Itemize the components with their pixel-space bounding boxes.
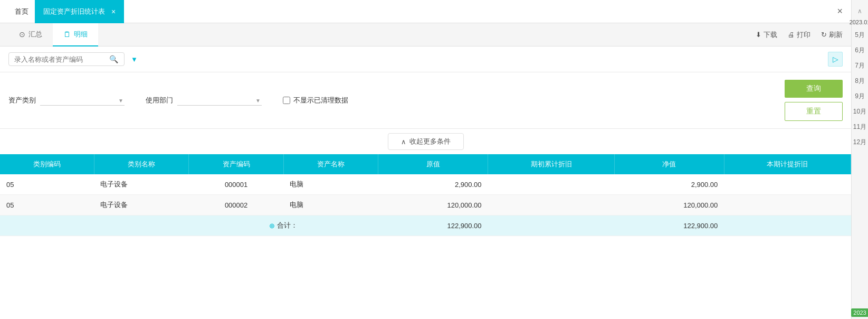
col-asset-code: 资产编码 [189, 154, 284, 174]
reset-button[interactable]: 重置 [785, 102, 843, 121]
tab-detail-label: 明细 [74, 30, 88, 39]
search-input[interactable] [14, 55, 109, 63]
tab-detail[interactable]: 🗒 明细 [53, 23, 98, 46]
col-current-depreciation: 本期计提折旧 [724, 154, 851, 174]
month-6[interactable]: 6月 [855, 43, 865, 58]
data-table: 类别编码 类别名称 资产编码 资产名称 原值 期初累计折旧 净值 本期计提折旧 … [0, 154, 851, 236]
cell-category-name: 电子设备 [94, 195, 189, 215]
cell-original-value: 2,900.00 [378, 174, 488, 195]
col-net-value: 净值 [615, 154, 724, 174]
scroll-up-button[interactable]: ∧ [855, 5, 864, 17]
month-7[interactable]: 7月 [855, 58, 865, 73]
col-category-code: 类别编码 [0, 154, 94, 174]
total-accumulated-depreciation [488, 215, 615, 236]
tab-title: 固定资产折旧统计表 [43, 7, 105, 16]
cell-asset-code: 000002 [189, 195, 284, 215]
total-empty-1 [0, 215, 94, 236]
filter-buttons: 查询 重置 [785, 80, 843, 121]
total-net-value: 122,900.00 [615, 215, 724, 236]
search-icon[interactable]: 🔍 [109, 55, 118, 63]
filter-panel: 资产类别 ▼ 使用部门 ▼ 不显示已清理数 [0, 72, 851, 129]
table-header-row: 类别编码 类别名称 资产编码 资产名称 原值 期初累计折旧 净值 本期计提折旧 [0, 154, 851, 174]
window-close-button[interactable]: × [837, 6, 843, 17]
cell-net-value: 2,900.00 [615, 174, 724, 195]
filter-icon: ▼ [131, 55, 138, 63]
cell-accumulated-depreciation [488, 174, 615, 195]
tab-summary[interactable]: ⊙ 汇总 [8, 23, 53, 46]
cell-accumulated-depreciation [488, 195, 615, 215]
asset-category-label: 资产类别 [8, 96, 36, 105]
asset-category-select[interactable] [40, 95, 125, 106]
main-tab[interactable]: 固定资产折旧统计表 × [35, 0, 124, 23]
refresh-label: 刷新 [829, 30, 843, 40]
search-bar: 🔍 ▼ ▷ [0, 46, 851, 72]
table-wrap: 类别编码 类别名称 资产编码 资产名称 原值 期初累计折旧 净值 本期计提折旧 … [0, 154, 851, 319]
query-button[interactable]: 查询 [785, 80, 843, 98]
summary-icon: ⊙ [19, 30, 25, 39]
expand-icon: ▷ [833, 55, 838, 63]
total-label-cell: ⊕ 合计： [195, 221, 372, 230]
collapse-bar: ∧ 收起更多条件 [0, 129, 851, 154]
cell-current-depreciation [724, 174, 851, 195]
cell-net-value: 120,000.00 [615, 195, 724, 215]
print-label: 打印 [797, 30, 810, 40]
total-current-depreciation [724, 215, 851, 236]
download-label: 下载 [764, 30, 777, 40]
asset-category-filter: 资产类别 ▼ [8, 95, 125, 106]
col-original-value: 原值 [378, 154, 488, 174]
toolbar-right: ⬇ 下载 🖨 打印 ↻ 刷新 [756, 30, 843, 40]
total-original-value: 122,900.00 [378, 215, 488, 236]
hide-cleared-label: 不显示已清理数据 [293, 96, 348, 105]
month-5[interactable]: 5月 [855, 27, 865, 43]
total-icon: ⊕ [269, 222, 275, 230]
download-icon: ⬇ [756, 31, 761, 39]
refresh-button[interactable]: ↻ 刷新 [821, 30, 843, 40]
month-8[interactable]: 8月 [855, 73, 865, 89]
download-button[interactable]: ⬇ 下载 [756, 30, 777, 40]
cell-asset-code: 000001 [189, 174, 284, 195]
tab-summary-label: 汇总 [28, 30, 42, 39]
print-icon: 🖨 [788, 31, 795, 39]
collapse-button[interactable]: ∧ 收起更多条件 [388, 133, 464, 150]
cell-category-code: 05 [0, 174, 94, 195]
print-button[interactable]: 🖨 打印 [788, 30, 810, 40]
collapse-label: 收起更多条件 [409, 137, 451, 146]
filter-row: 资产类别 ▼ 使用部门 ▼ 不显示已清理数 [8, 80, 843, 121]
detail-icon: 🗒 [63, 30, 71, 39]
col-asset-name: 资产名称 [283, 154, 378, 174]
tab-bar: ⊙ 汇总 🗒 明细 ⬇ 下载 🖨 打印 ↻ 刷新 [0, 23, 851, 46]
hide-cleared-checkbox[interactable] [283, 97, 290, 104]
table-row: 05 电子设备 000002 电脑 120,000.00 120,000.00 [0, 195, 851, 215]
cell-asset-name: 电脑 [283, 195, 378, 215]
tab-close-button[interactable]: × [111, 7, 116, 16]
collapse-up-icon: ∧ [401, 138, 406, 146]
search-expand-button[interactable]: ▷ [828, 52, 843, 67]
cell-asset-name: 电脑 [283, 174, 378, 195]
department-filter: 使用部门 ▼ [146, 95, 262, 106]
col-accumulated-depreciation: 期初累计折旧 [488, 154, 615, 174]
year-badge[interactable]: 2023 [851, 308, 868, 317]
month-11[interactable]: 11月 [853, 119, 866, 135]
cell-category-code: 05 [0, 195, 94, 215]
cell-category-name: 电子设备 [94, 174, 189, 195]
col-category-name: 类别名称 [94, 154, 189, 174]
cell-current-depreciation [724, 195, 851, 215]
date-display: 2023.01 [848, 17, 868, 27]
total-row: ⊕ 合计： 122,900.00 122,900.00 [0, 215, 851, 236]
more-filter-button[interactable]: ▼ [131, 55, 140, 63]
department-select[interactable] [177, 95, 262, 106]
department-label: 使用部门 [146, 96, 173, 105]
hide-cleared-checkbox-item: 不显示已清理数据 [283, 96, 348, 105]
month-9[interactable]: 9月 [855, 89, 865, 104]
asset-category-select-wrap: ▼ [40, 95, 125, 106]
home-nav[interactable]: 首页 [8, 7, 35, 16]
month-12[interactable]: 12月 [853, 135, 866, 150]
search-input-wrap: 🔍 [8, 52, 125, 66]
month-10[interactable]: 10月 [853, 104, 866, 119]
right-sidebar: ∧ 2023.01 5月 6月 7月 8月 9月 10月 11月 12月 202… [851, 0, 868, 319]
table-row: 05 电子设备 000001 电脑 2,900.00 2,900.00 [0, 174, 851, 195]
department-select-wrap: ▼ [177, 95, 262, 106]
cell-original-value: 120,000.00 [378, 195, 488, 215]
refresh-icon: ↻ [821, 31, 827, 39]
top-nav: 首页 固定资产折旧统计表 × × [0, 0, 851, 23]
